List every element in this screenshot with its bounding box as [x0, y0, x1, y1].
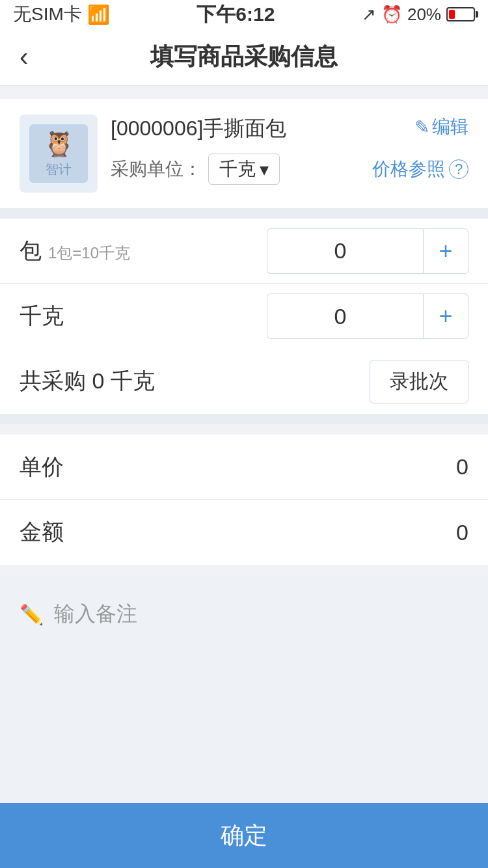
nav-bar: ‹ 填写商品采购信息 — [0, 29, 488, 86]
unit-price-value: 0 — [456, 454, 468, 480]
unit-dropdown[interactable]: 千克 ▾ — [208, 154, 280, 185]
amount-value: 0 — [456, 520, 468, 545]
edit-icon: ✎ — [414, 116, 429, 138]
bag-plus-button[interactable]: + — [423, 228, 468, 274]
summary-amount-value: 0 — [92, 368, 104, 393]
price-ref-label: 价格参照 — [372, 157, 445, 182]
kg-input-row: 千克 + — [0, 284, 488, 349]
remark-input[interactable]: 输入备注 — [54, 600, 137, 629]
kg-label: 千克 — [20, 301, 64, 331]
product-logo: 🦉 智计 — [29, 124, 88, 183]
page-title: 填写商品采购信息 — [150, 41, 338, 73]
amount-row: 金额 0 — [0, 500, 488, 565]
kg-plus-button[interactable]: + — [423, 293, 468, 339]
record-batch-button[interactable]: 录批次 — [370, 360, 468, 403]
price-ref-link[interactable]: 价格参照 ? — [372, 157, 468, 182]
bag-sub-label: 1包=10千克 — [48, 243, 130, 264]
bag-input-right: + — [267, 228, 468, 274]
unit-value: 千克 — [219, 157, 256, 182]
summary-unit-text: 千克 — [111, 368, 155, 393]
bag-input-row: 包 1包=10千克 + — [0, 219, 488, 284]
input-section: 包 1包=10千克 + 千克 + — [0, 219, 488, 349]
status-time: 下午6:12 — [197, 1, 275, 28]
product-meta: 采购单位： 千克 ▾ 价格参照 ? — [111, 154, 468, 185]
battery-pct: 20% — [407, 5, 441, 25]
summary-row: 共采购 0 千克 录批次 — [0, 349, 488, 414]
bag-label-text: 包 — [20, 236, 42, 266]
amount-label: 金额 — [20, 517, 64, 547]
product-thumbnail: 🦉 智计 — [20, 115, 98, 193]
product-card: 🦉 智计 [0000006]手撕面包 采购单位： 千克 ▾ 价格参照 ? — [0, 99, 488, 208]
alarm-icon: ⏰ — [381, 5, 402, 25]
help-icon: ? — [449, 159, 468, 179]
unit-price-label: 单价 — [20, 452, 64, 482]
section-divider-2 — [0, 414, 488, 424]
status-bar: 无SIM卡 📶 下午6:12 ↗ ⏰ 20% — [0, 0, 488, 29]
battery-icon — [446, 7, 475, 21]
kg-input-right: + — [267, 293, 468, 339]
remark-section[interactable]: ✏️ 输入备注 — [0, 575, 488, 653]
edit-button[interactable]: ✎ 编辑 — [414, 115, 468, 139]
bag-label: 包 1包=10千克 — [20, 236, 130, 266]
confirm-button[interactable]: 确定 — [0, 803, 488, 868]
logo-text: 智计 — [46, 161, 72, 178]
section-divider-1 — [0, 208, 488, 219]
purchase-unit-label: 采购单位： — [111, 157, 202, 182]
unit-price-row: 单价 0 — [0, 435, 488, 500]
owl-icon: 🦉 — [44, 129, 74, 158]
wifi-icon: 📶 — [87, 4, 110, 25]
kg-label-text: 千克 — [20, 301, 64, 331]
status-right: ↗ ⏰ 20% — [362, 5, 475, 25]
edit-label: 编辑 — [432, 115, 468, 139]
status-left: 无SIM卡 📶 — [13, 2, 110, 27]
summary-prefix: 共采购 — [20, 368, 86, 393]
battery-fill — [449, 10, 455, 19]
bag-quantity-input[interactable] — [267, 228, 423, 274]
summary-text: 共采购 0 千克 — [20, 366, 155, 396]
back-button[interactable]: ‹ — [20, 42, 28, 72]
location-icon: ↗ — [362, 5, 376, 25]
price-section: 单价 0 金额 0 — [0, 435, 488, 565]
purchase-unit: 采购单位： 千克 ▾ — [111, 154, 280, 185]
pencil-icon: ✏️ — [20, 603, 44, 626]
chevron-down-icon: ▾ — [260, 159, 269, 180]
sim-status: 无SIM卡 — [13, 2, 82, 27]
kg-quantity-input[interactable] — [267, 293, 423, 339]
